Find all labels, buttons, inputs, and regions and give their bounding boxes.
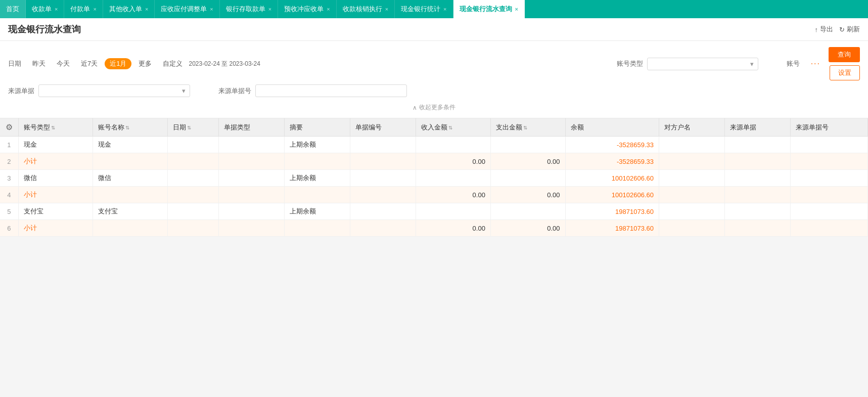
- date-option-自定义[interactable]: 自定义: [159, 58, 187, 69]
- account-more-button[interactable]: ···: [811, 59, 820, 68]
- col-header-counterparty: 对方户名: [659, 118, 724, 137]
- collapse-icon: ∧: [413, 104, 417, 111]
- table-cell: [490, 170, 565, 187]
- table-cell: [93, 187, 168, 203]
- settings-button[interactable]: 设置: [830, 65, 860, 80]
- table-row: 1现金现金上期余额-3528659.33: [0, 137, 868, 153]
- date-option-更多[interactable]: 更多: [134, 58, 156, 69]
- col-label-date: 日期: [173, 123, 186, 131]
- close-icon[interactable]: ×: [327, 6, 330, 12]
- nav-item-其他收入单[interactable]: 其他收入单×: [103, 0, 155, 18]
- header-actions: ↑ 导出 ↻ 刷新: [815, 25, 860, 34]
- table-cell: [219, 153, 285, 170]
- table-cell: [167, 203, 218, 220]
- table-header: ⚙账号类型⇅账号名称⇅日期⇅单据类型摘要单据编号收入金额⇅支出金额⇅余额对方户名…: [0, 118, 868, 137]
- top-navigation: 首页收款单×付款单×其他收入单×应收应付调整单×银行存取款单×预收冲应收单×收款…: [0, 0, 868, 18]
- table-cell: [167, 153, 218, 170]
- table-cell: [790, 137, 867, 153]
- table-cell: 支付宝: [93, 203, 168, 220]
- table-cell: [167, 170, 218, 187]
- table-cell: [416, 203, 491, 220]
- col-label-accountName: 账号名称: [98, 123, 124, 131]
- account-type-chevron: ▾: [750, 60, 754, 68]
- right-action-buttons: 查询 设置: [829, 47, 860, 80]
- table-cell: [167, 137, 218, 153]
- col-header-settings: ⚙: [0, 118, 18, 137]
- table-cell: 5: [0, 203, 18, 220]
- col-header-expense[interactable]: 支出金额⇅: [490, 118, 565, 137]
- col-header-accountType[interactable]: 账号类型⇅: [18, 118, 93, 137]
- table-cell: [219, 137, 285, 153]
- nav-item-付款单[interactable]: 付款单×: [64, 0, 103, 18]
- table-cell: 0.00: [416, 153, 491, 170]
- table-cell: 3: [0, 170, 18, 187]
- date-option-昨天[interactable]: 昨天: [28, 58, 50, 69]
- table-body: 1现金现金上期余额-3528659.332小计0.000.00-3528659.…: [0, 137, 868, 237]
- nav-item-收款核销执行[interactable]: 收款核销执行×: [337, 0, 395, 18]
- close-icon[interactable]: ×: [93, 6, 96, 12]
- table-cell: [724, 153, 790, 170]
- col-label-docType: 单据类型: [224, 123, 250, 131]
- nav-item-现金银行统计[interactable]: 现金银行统计×: [395, 0, 453, 18]
- date-option-今天[interactable]: 今天: [53, 58, 74, 69]
- source-doc-select[interactable]: ▾: [38, 84, 190, 97]
- gear-icon[interactable]: ⚙: [6, 123, 13, 131]
- col-header-date[interactable]: 日期⇅: [167, 118, 218, 137]
- table-cell: [790, 220, 867, 237]
- col-header-accountName[interactable]: 账号名称⇅: [93, 118, 168, 137]
- close-icon[interactable]: ×: [55, 6, 58, 12]
- table-cell: 小计: [18, 153, 93, 170]
- data-table: ⚙账号类型⇅账号名称⇅日期⇅单据类型摘要单据编号收入金额⇅支出金额⇅余额对方户名…: [0, 118, 868, 237]
- sort-icon-expense: ⇅: [523, 125, 527, 130]
- close-icon[interactable]: ×: [268, 6, 271, 12]
- export-button[interactable]: ↑ 导出: [815, 25, 834, 34]
- table-cell: [659, 203, 724, 220]
- nav-item-现金银行流水查询[interactable]: 现金银行流水查询×: [453, 0, 525, 18]
- close-icon[interactable]: ×: [145, 6, 148, 12]
- refresh-label: 刷新: [847, 25, 860, 34]
- table-cell: [659, 137, 724, 153]
- col-label-counterparty: 对方户名: [664, 123, 691, 131]
- close-icon[interactable]: ×: [443, 6, 446, 12]
- col-label-sourceDoc: 来源单据: [730, 123, 756, 131]
- source-doc-chevron: ▾: [182, 87, 186, 95]
- refresh-button[interactable]: ↻ 刷新: [839, 25, 860, 34]
- table-cell: [490, 137, 565, 153]
- table-cell: [219, 203, 285, 220]
- nav-item-收款单[interactable]: 收款单×: [26, 0, 64, 18]
- date-option-近7天[interactable]: 近7天: [77, 58, 102, 69]
- page-title: 现金银行流水查询: [8, 23, 81, 35]
- date-filter-section: 日期 昨天今天近7天近1月更多自定义 2023-02-24 至 2023-03-…: [8, 58, 588, 69]
- date-label: 日期: [8, 59, 28, 68]
- source-doc-num-input[interactable]: [255, 84, 407, 97]
- table-row: 4小计0.000.00100102606.60: [0, 187, 868, 203]
- table-cell: [167, 220, 218, 237]
- account-type-select[interactable]: ▾: [647, 58, 758, 70]
- table-cell: [219, 170, 285, 187]
- col-header-docNum: 单据编号: [350, 118, 416, 137]
- date-options: 昨天今天近7天近1月更多自定义: [28, 58, 187, 69]
- date-option-近1月[interactable]: 近1月: [105, 58, 131, 69]
- col-header-sourceDocNum: 来源单据号: [790, 118, 867, 137]
- table-cell: [350, 187, 416, 203]
- nav-item-应收应付调整单[interactable]: 应收应付调整单×: [155, 0, 219, 18]
- nav-item-银行存取款单[interactable]: 银行存取款单×: [220, 0, 278, 18]
- account-label: 账号: [787, 59, 807, 68]
- source-doc-num-label: 来源单据号: [218, 86, 251, 96]
- nav-item-首页[interactable]: 首页: [0, 0, 26, 18]
- table-cell: [285, 187, 350, 203]
- nav-item-预收冲应收单[interactable]: 预收冲应收单×: [278, 0, 336, 18]
- col-header-income[interactable]: 收入金额⇅: [416, 118, 491, 137]
- collapse-bar[interactable]: ∧ 收起更多条件: [8, 101, 860, 112]
- table-cell: 上期余额: [285, 203, 350, 220]
- close-icon[interactable]: ×: [515, 6, 518, 12]
- table-cell: [659, 153, 724, 170]
- table-cell: [659, 220, 724, 237]
- close-icon[interactable]: ×: [385, 6, 388, 12]
- query-button[interactable]: 查询: [829, 47, 860, 62]
- table-cell: [724, 187, 790, 203]
- close-icon[interactable]: ×: [210, 6, 213, 12]
- data-table-container: ⚙账号类型⇅账号名称⇅日期⇅单据类型摘要单据编号收入金额⇅支出金额⇅余额对方户名…: [0, 118, 868, 237]
- table-cell: [350, 137, 416, 153]
- table-cell: -3528659.33: [565, 153, 659, 170]
